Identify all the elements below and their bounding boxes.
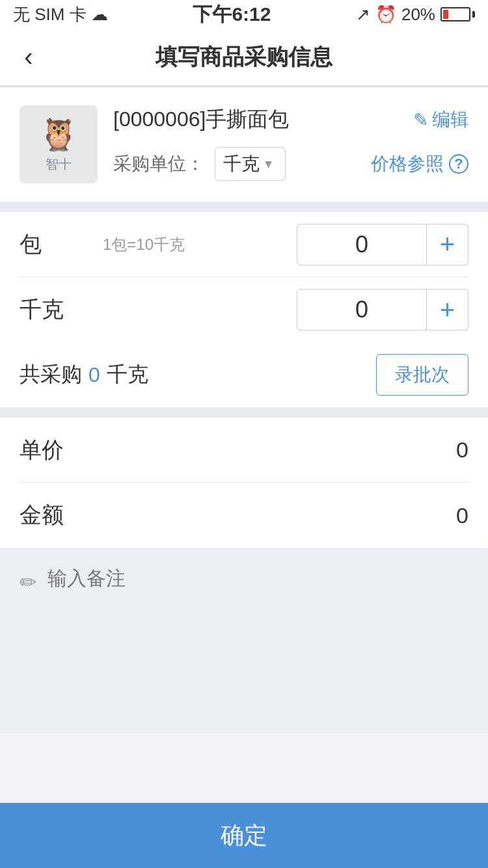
status-left: 无 SIM 卡 ☁ — [13, 3, 108, 26]
product-thumbnail: 🦉 智十 — [20, 105, 98, 183]
summary-row: 共采购 0 千克 录批次 — [0, 342, 488, 407]
bag-input-controls: 0 + — [297, 224, 468, 265]
kg-quantity-input[interactable]: 0 — [297, 289, 427, 331]
back-button[interactable]: ‹ — [0, 29, 57, 86]
bag-quantity-input[interactable]: 0 — [297, 224, 427, 265]
bag-input-row: 包 1包=10千克 0 + — [20, 212, 468, 277]
amount-row: 金额 0 — [20, 483, 468, 548]
amount-value: 0 — [456, 503, 468, 528]
summary-prefix: 共采购 — [20, 360, 82, 389]
price-ref-button[interactable]: 价格参照 ? — [371, 152, 468, 176]
location-icon: ↗ — [356, 5, 370, 25]
status-bar: 无 SIM 卡 ☁ 下午6:12 ↗ ⏰ 20% — [0, 0, 488, 29]
kg-input-controls: 0 + — [297, 289, 468, 331]
battery-percent: 20% — [401, 5, 435, 25]
bottom-spacer — [0, 626, 488, 730]
kg-input-row: 千克 0 + — [20, 277, 468, 342]
alarm-icon: ⏰ — [375, 5, 396, 25]
product-name-row: [0000006]手撕面包 ✎ 编辑 — [113, 105, 468, 134]
unit-price-row: 单价 0 — [20, 418, 468, 483]
sim-label: 无 SIM 卡 ☁ — [13, 3, 108, 26]
bag-label: 包 — [20, 230, 98, 260]
unit-select-arrow-icon: ▾ — [265, 156, 272, 172]
edit-icon: ✎ — [413, 109, 428, 131]
remark-section: ✏ — [0, 548, 488, 626]
bag-sublabel: 1包=10千克 — [103, 234, 185, 255]
summary-suffix: 千克 — [107, 360, 148, 389]
nav-title: 填写商品采购信息 — [156, 42, 332, 72]
help-circle-icon: ? — [449, 154, 468, 174]
product-card: 🦉 智十 [0000006]手撕面包 ✎ 编辑 采购单位： 千克 ▾ — [0, 87, 488, 202]
section-divider-2 — [0, 407, 488, 418]
remark-input[interactable] — [47, 567, 468, 590]
main-content: 🦉 智十 [0000006]手撕面包 ✎ 编辑 采购单位： 千克 ▾ — [0, 87, 488, 730]
kg-plus-button[interactable]: + — [427, 289, 468, 331]
section-divider-1 — [0, 202, 488, 212]
quantity-input-section: 包 1包=10千克 0 + 千克 0 + — [0, 212, 488, 342]
summary-value: 0 — [88, 363, 100, 387]
batch-button[interactable]: 录批次 — [376, 354, 468, 396]
amount-label: 金额 — [20, 500, 64, 530]
price-info-section: 单价 0 金额 0 — [0, 418, 488, 548]
unit-label: 采购单位： — [113, 152, 204, 176]
battery-icon — [441, 7, 475, 21]
bag-plus-button[interactable]: + — [427, 224, 468, 265]
status-right: ↗ ⏰ 20% — [356, 5, 475, 25]
status-time: 下午6:12 — [193, 1, 271, 28]
unit-select[interactable]: 千克 ▾ — [215, 147, 286, 181]
nav-bar: ‹ 填写商品采购信息 — [0, 29, 488, 86]
pencil-icon: ✏ — [20, 570, 37, 595]
unit-price-label: 单价 — [20, 435, 64, 465]
product-name: [0000006]手撕面包 — [113, 105, 289, 134]
unit-row: 采购单位： 千克 ▾ 价格参照 ? — [113, 147, 468, 181]
edit-button[interactable]: ✎ 编辑 — [413, 107, 468, 132]
unit-price-value: 0 — [456, 437, 468, 463]
product-thumb-owl-icon: 🦉 — [39, 116, 78, 153]
confirm-button[interactable]: 确定 — [0, 803, 488, 868]
product-thumb-label: 智十 — [46, 156, 72, 173]
product-info: [0000006]手撕面包 ✎ 编辑 采购单位： 千克 ▾ 价格参照 ? — [113, 105, 468, 181]
kg-label: 千克 — [20, 295, 98, 325]
unit-value: 千克 — [223, 152, 260, 176]
